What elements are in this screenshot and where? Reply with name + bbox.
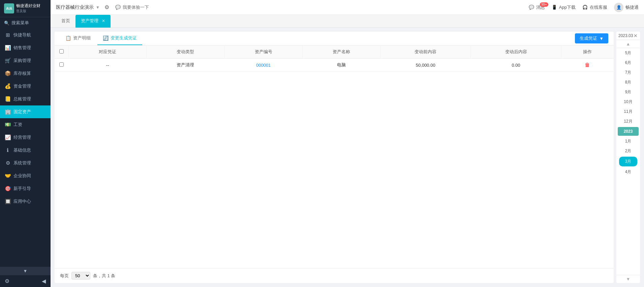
sidebar-item-sales[interactable]: 📊 销售管理 [0,41,51,54]
sidebar-item-cooperation[interactable]: 🤝 企业协同 [0,169,51,182]
tab-asset-mgmt[interactable]: 资产管理 ✕ [75,15,111,28]
row-checkbox[interactable] [59,62,64,67]
notifications-badge: 99+ [540,2,548,7]
timeline-item-12m[interactable]: 12月 [616,117,640,126]
table-header-after-change: 变动后内容 [471,45,561,59]
sidebar-item-ledger[interactable]: 📒 总账管理 [0,93,51,105]
sidebar-item-label: 快捷导航 [13,32,31,38]
system-icon: ⚙ [5,160,11,166]
timeline-item-3m[interactable]: 3月 [619,157,637,166]
generate-voucher-button[interactable]: 生成凭证 ▼ [575,33,608,43]
sidebar-item-label: 总账管理 [13,96,31,102]
generate-btn-label: 生成凭证 [580,35,597,41]
subtab-asset-detail[interactable]: 📋 资产明细 [60,32,96,45]
sidebar-item-label: 工资 [13,122,22,128]
topbar: 医疗器械行业演示 ▼ ⚙ 💬 我要体验一下 💬 消息 99+ 📱 App下载 🎧… [51,0,644,15]
timeline-close-btn[interactable]: ✕ [633,33,638,38]
total-label: 条，共 1 条 [93,273,115,279]
sidebar-item-inventory[interactable]: 📦 库存核算 [0,67,51,80]
table-header-voucher: 对应凭证 [69,45,147,59]
timeline-item-1m[interactable]: 1月 [616,136,640,146]
sidebar-item-guide[interactable]: 🎯 新手引导 [0,182,51,195]
tab-close-icon[interactable]: ✕ [102,19,105,23]
customer-service-btn[interactable]: 🎧 在线客服 [582,4,607,10]
sidebar-item-operations[interactable]: 📈 经营管理 [0,131,51,144]
sidebar-item-fixed-assets[interactable]: 🏢 固定资产 [0,105,51,118]
timeline-item-9m[interactable]: 9月 [616,87,640,97]
timeline-item-2m[interactable]: 2月 [616,146,640,156]
per-page-label: 每页 [60,273,69,279]
notifications-btn[interactable]: 💬 消息 99+ [529,4,545,10]
customer-service-label: 在线客服 [590,4,607,10]
timeline-item-8m[interactable]: 8月 [616,77,640,87]
sidebar-search-label: 搜索菜单 [11,20,29,26]
sidebar-item-purchase[interactable]: 🛒 采购管理 [0,54,51,67]
sidebar-item-label: 企业协同 [13,173,31,179]
timeline-item-2023[interactable]: 2023 [618,127,639,136]
app-center-icon: 🔲 [5,198,11,204]
table-row: -- 资产清理 000001 电脑 50,000.00 0.00 🗑 [55,59,614,72]
tab-home[interactable]: 首页 [56,15,75,28]
basic-info-icon: ℹ [5,147,11,153]
sidebar-item-label: 系统管理 [13,160,31,166]
feedback-btn[interactable]: 💬 我要体验一下 [115,4,149,10]
sidebar-scroll-down[interactable]: ▼ [0,267,51,275]
row-voucher-cell: -- [69,59,147,72]
sidebar-search[interactable]: 🔍 搜索菜单 [0,17,51,29]
row-operation-cell: 🗑 [561,59,614,72]
timeline-scroll-up[interactable]: ▲ [616,40,640,48]
timeline-item-10m[interactable]: 10月 [616,97,640,107]
timeline-item-6m[interactable]: 6月 [616,58,640,68]
sidebar-item-system[interactable]: ⚙ 系统管理 [0,157,51,169]
timeline-scroll: 5月 6月 7月 8月 9月 10月 11月 12月 2023 1月 2月 3月… [616,48,640,275]
delete-row-icon[interactable]: 🗑 [585,62,590,68]
app-name: 畅捷通好业财 [16,3,40,9]
data-table: 对应凭证 变动类型 资产编号 资产名称 变动前内容 变动后内容 操作 [55,45,614,72]
sales-icon: 📊 [5,45,11,51]
sidebar-item-funds[interactable]: 💰 资金管理 [0,80,51,93]
sidebar-item-label: 库存核算 [13,70,31,76]
timeline-item-4m[interactable]: 4月 [616,167,640,177]
generate-btn-arrow-icon: ▼ [599,36,604,41]
company-selector[interactable]: 医疗器械行业演示 ▼ [56,4,100,10]
funds-icon: 💰 [5,83,11,89]
settings-icon[interactable]: ⚙ [5,278,9,284]
sidebar-item-app-center[interactable]: 🔲 应用中心 [0,195,51,208]
sidebar-item-label: 应用中心 [13,198,31,204]
sidebar-item-quick-nav[interactable]: ⊞ 快捷导航 [0,29,51,41]
quick-nav-icon: ⊞ [5,32,11,38]
sidebar-item-basic-info[interactable]: ℹ 基础信息 [0,144,51,157]
app-download-icon: 📱 [552,5,557,10]
timeline-expand-btn[interactable]: ⤡ [640,33,640,38]
inventory-icon: 📦 [5,70,11,76]
sidebar-logo: AtA 畅捷通好业财 普及版 [0,0,51,17]
row-asset-code-cell[interactable]: 000001 [224,59,302,72]
per-page-select[interactable]: 50 10 20 100 [71,272,90,280]
tab-asset-mgmt-label: 资产管理 [81,18,98,24]
search-icon: 🔍 [4,21,9,26]
timeline-item-5m[interactable]: 5月 [616,48,640,58]
sidebar-item-payroll[interactable]: 💵 工资 [0,118,51,131]
dropdown-icon: ▼ [96,5,100,10]
timeline-scroll-down[interactable]: ▼ [616,275,640,283]
subtab-change-voucher[interactable]: 🔄 变更生成凭证 [97,32,142,45]
topbar-settings-btn[interactable]: ⚙ [103,3,111,12]
subtabs: 📋 资产明细 🔄 变更生成凭证 生成凭证 ▼ [55,32,614,45]
timeline-item-7m[interactable]: 7月 [616,68,640,77]
timeline-item-11m[interactable]: 11月 [616,107,640,117]
app-download-btn[interactable]: 📱 App下载 [552,4,576,10]
sidebar: AtA 畅捷通好业财 普及版 🔍 搜索菜单 ⊞ 快捷导航 📊 销售管理 🛒 采购… [0,0,51,287]
collapse-icon[interactable]: ◀ [42,278,46,284]
row-after-change-cell: 0.00 [471,59,561,72]
tab-home-label: 首页 [61,18,70,24]
user-profile-btn[interactable]: 👤 畅捷通 [614,3,639,12]
select-all-checkbox[interactable] [59,49,64,54]
tabbar: 首页 资产管理 ✕ [51,15,644,28]
guide-icon: 🎯 [5,186,11,192]
company-name: 医疗器械行业演示 [56,4,94,10]
feedback-icon: 💬 [115,5,121,10]
feedback-label: 我要体验一下 [123,4,149,10]
message-icon: 💬 [529,5,534,10]
table-header-operation: 操作 [561,45,614,59]
table-header-asset-code: 资产编号 [224,45,302,59]
